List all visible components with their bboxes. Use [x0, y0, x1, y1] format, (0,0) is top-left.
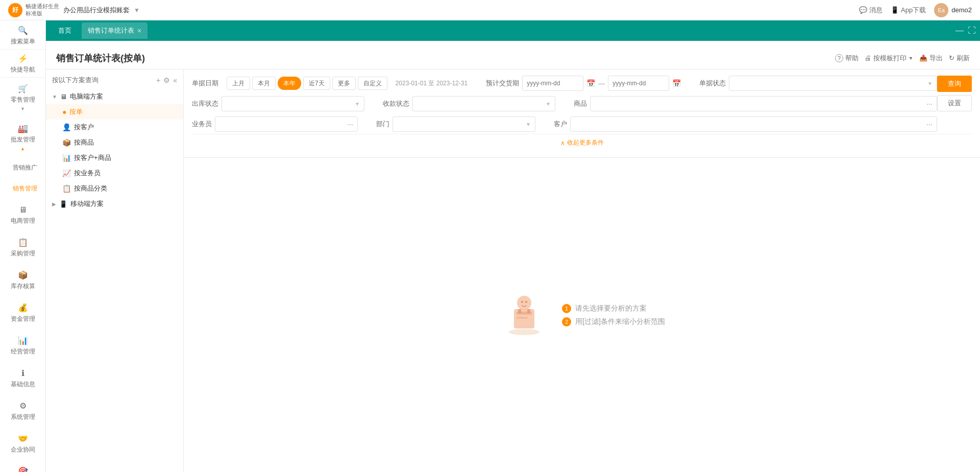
tree-desktop-header[interactable]: ▼ 🖥 电脑端方案 [46, 89, 183, 104]
date-btn-last-month[interactable]: 上月 [227, 77, 250, 90]
tab-minimize-button[interactable]: — [955, 26, 964, 35]
svg-rect-3 [517, 317, 528, 319]
tree-item-by-salesman[interactable]: 📈 按业务员 [46, 166, 183, 181]
goods-select[interactable]: ··· [590, 96, 937, 111]
filter-row-3: 业务员 ··· 部门 [192, 116, 937, 132]
tree-mobile: ▶ 📱 移动端方案 [46, 196, 183, 211]
sidebar-item-marketing[interactable]: 营销推广 [4, 157, 45, 178]
ship-status-group: 出库状态 ▼ [192, 96, 364, 111]
by-customer-goods-icon: 📊 [62, 154, 71, 162]
date-btn-this-year[interactable]: 本年 [278, 77, 301, 90]
date-btn-this-month[interactable]: 本月 [252, 77, 276, 90]
tab-home[interactable]: 首页 [50, 22, 80, 39]
refresh-button[interactable]: ↻ 刷新 [949, 54, 970, 63]
sidebar-item-purchase[interactable]: 📋 采购管理 [0, 231, 45, 264]
help-button[interactable]: ? 帮助 [835, 54, 859, 63]
template-print-button[interactable]: 🖨 按模板打印 ▼ [865, 54, 913, 63]
tree-mobile-expand-icon: ▶ [52, 201, 56, 207]
tree-item-by-customer-goods[interactable]: 📊 按客户+商品 [46, 150, 183, 166]
ship-status-select[interactable]: ▼ [222, 96, 364, 111]
tab-maximize-button[interactable]: ⛶ [968, 26, 976, 35]
salesman-more-icon[interactable]: ··· [347, 120, 353, 128]
avatar: Ea [934, 3, 948, 17]
sidebar-item-finance[interactable]: 💰 资金管理 [0, 297, 45, 329]
sidebar-item-operations[interactable]: 📊 经营管理 [0, 329, 45, 362]
receive-status-select[interactable]: ▼ [412, 96, 555, 111]
top-bar-right: 💬 消息 📱 App下载 Ea demo2 [859, 3, 972, 17]
salesman-select[interactable]: ··· [215, 116, 358, 132]
customer-select[interactable]: ··· [570, 116, 937, 132]
date-btn-last-7[interactable]: 近7天 [303, 77, 330, 90]
collapse-icon: ∧ [560, 139, 565, 147]
date-from-input[interactable] [522, 76, 583, 91]
breadcrumb-dropdown-icon[interactable]: ▼ [134, 7, 140, 14]
collapse-panel-button[interactable]: « [173, 76, 177, 84]
refresh-icon: ↻ [949, 54, 954, 62]
date-to-input[interactable] [608, 76, 669, 91]
date-btn-custom[interactable]: 自定义 [358, 77, 387, 90]
logo-icon: 好 [8, 3, 22, 17]
tree-expand-icon: ▼ [52, 94, 57, 100]
tree-item-by-order[interactable]: ● 按单 [46, 104, 183, 120]
order-status-select[interactable]: ▼ [729, 76, 937, 91]
tab-bar: 首页 销售订单统计表 × — ⛶ [46, 20, 980, 41]
tab-sales-stats[interactable]: 销售订单统计表 × [82, 22, 148, 39]
page-header-actions: ? 帮助 🖨 按模板打印 ▼ 📤 导出 ↻ 刷新 [835, 54, 970, 63]
empty-content: 1 请先选择要分析的方案 2 用[过滤]条件来缩小分析范围 [499, 289, 665, 341]
user-name: demo2 [951, 6, 972, 14]
svg-point-5 [521, 301, 523, 303]
collapse-bar[interactable]: ∧ 收起更多条件 [192, 134, 972, 151]
search-icon: 🔍 [18, 26, 28, 35]
sidebar-item-system[interactable]: ⚙ 系统管理 [0, 395, 45, 428]
print-arrow-icon: ▼ [909, 56, 913, 61]
right-content: 单据日期 上月 本月 本年 近7天 更多 自定义 [184, 69, 980, 472]
receive-status-group: 收款状态 ▼ [383, 96, 555, 111]
sidebar-item-tutorial[interactable]: 🎯 新手引导 [0, 460, 45, 472]
department-dropdown-icon: ▼ [526, 122, 531, 127]
empty-step-2: 2 用[过滤]条件来缩小分析范围 [562, 317, 665, 326]
tree-mobile-header[interactable]: ▶ 📱 移动端方案 [46, 196, 183, 211]
customer-more-icon[interactable]: ··· [926, 120, 933, 128]
sidebar-item-search[interactable]: 🔍 搜索菜单 [0, 20, 45, 50]
tree-item-by-category[interactable]: 📋 按商品分类 [46, 181, 183, 196]
query-button[interactable]: 查询 [937, 76, 972, 92]
department-select[interactable]: ▼ [393, 116, 535, 132]
sidebar-item-quicknav[interactable]: ⚡ 快捷导航 [0, 50, 45, 78]
add-scheme-button[interactable]: + [156, 76, 160, 84]
goods-more-icon[interactable]: ··· [926, 100, 933, 108]
app-download-button[interactable]: 📱 App下载 [891, 6, 926, 15]
order-status-group: 单据状态 ▼ [699, 76, 937, 91]
tree-item-by-goods[interactable]: 📦 按商品 [46, 135, 183, 150]
svg-point-4 [517, 296, 531, 310]
step-2-num: 2 [562, 317, 571, 326]
message-icon: 💬 [859, 6, 867, 14]
cal-to-icon[interactable]: 📅 [672, 79, 681, 87]
sidebar-item-inventory[interactable]: 📦 库存核算 [0, 264, 45, 297]
empty-step-1: 1 请先选择要分析的方案 [562, 304, 665, 313]
sidebar-item-basic[interactable]: ℹ 基础信息 [0, 362, 45, 395]
user-profile[interactable]: Ea demo2 [934, 3, 972, 17]
tree-item-by-customer[interactable]: 👤 按客户 [46, 120, 183, 135]
customer-label: 客户 [554, 120, 567, 129]
date-from-group: 📅 [522, 76, 595, 91]
sidebar-item-enterprise[interactable]: 🤝 企业协同 [0, 428, 45, 460]
query-buttons: 查询 设置 [937, 76, 972, 111]
message-button[interactable]: 💬 消息 [859, 6, 883, 15]
reset-button[interactable]: 设置 [937, 95, 972, 111]
sidebar-item-wholesale[interactable]: 🏭 批发管理 ▲ [0, 117, 45, 157]
enterprise-icon: 🤝 [18, 434, 28, 443]
wholesale-expand-icon: ▲ [20, 146, 25, 151]
sidebar-item-sales[interactable]: 销售管理 [4, 178, 45, 199]
sidebar-sub-marketing: 营销推广 销售管理 [0, 157, 45, 199]
export-button[interactable]: 📤 导出 [919, 54, 943, 63]
page-header: 销售订单统计表(按单) ? 帮助 🖨 按模板打印 ▼ 📤 导出 [46, 41, 980, 69]
sidebar-item-retail[interactable]: 🛒 零售管理 ▼ [0, 78, 45, 117]
order-status-label: 单据状态 [699, 79, 726, 88]
date-separator: — [598, 80, 605, 87]
tab-close-icon[interactable]: × [137, 27, 141, 35]
svg-rect-8 [527, 309, 530, 313]
date-btn-more[interactable]: 更多 [332, 77, 356, 90]
cal-from-icon[interactable]: 📅 [586, 79, 595, 87]
settings-scheme-button[interactable]: ⚙ [163, 76, 170, 84]
sidebar-item-ecommerce[interactable]: 🖥 电商管理 [0, 199, 45, 231]
